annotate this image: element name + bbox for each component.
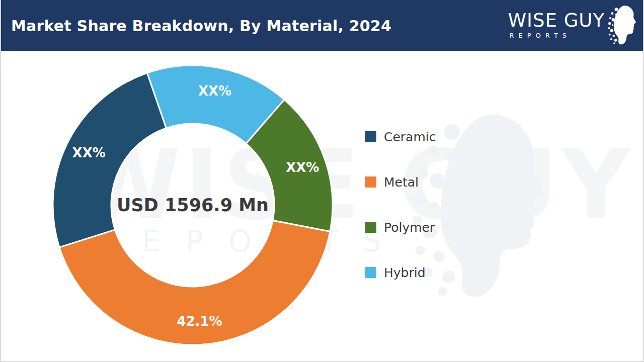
segment-label-polymer: XX% — [286, 160, 319, 175]
page-title: Market Share Breakdown, By Material, 202… — [0, 17, 391, 35]
header-bar: Market Share Breakdown, By Material, 202… — [0, 0, 644, 51]
brand-logo: WISE GUY REPORTS — [508, 5, 637, 45]
legend-item-hybrid: Hybrid — [365, 261, 436, 284]
legend-label-metal: Metal — [384, 175, 419, 190]
segment-label-ceramic: XX% — [72, 145, 106, 160]
brand-subtitle: REPORTS — [508, 32, 572, 39]
chart-center-value: USD 1596.9 Mn — [117, 195, 269, 215]
legend-label-hybrid: Hybrid — [384, 265, 426, 280]
legend-swatch-ceramic — [365, 131, 376, 142]
donut-chart-svg: XX%XX%42.1%XX% USD 1596.9 Mn — [32, 44, 354, 362]
legend-item-metal: Metal — [365, 171, 436, 193]
donut-chart: XX%XX%42.1%XX% USD 1596.9 Mn — [32, 44, 354, 362]
donut-segment-ceramic — [53, 73, 166, 247]
brand-name: WISE GUY — [508, 11, 605, 31]
legend-swatch-metal — [365, 176, 376, 188]
chart-legend: CeramicMetalPolymerHybrid — [365, 126, 436, 307]
legend-label-polymer: Polymer — [384, 220, 435, 235]
legend-swatch-hybrid — [365, 267, 376, 278]
infographic-page: WISE GUY REPORTS Market Share Breakdown,… — [0, 0, 644, 362]
segment-label-metal: 42.1% — [177, 314, 222, 329]
legend-label-ceramic: Ceramic — [384, 130, 436, 144]
brand-logo-text: WISE GUY REPORTS — [508, 11, 605, 39]
legend-swatch-polymer — [365, 222, 376, 233]
brand-face-icon — [606, 5, 637, 45]
segment-label-hybrid: XX% — [198, 83, 231, 99]
legend-item-polymer: Polymer — [365, 216, 436, 238]
legend-item-ceramic: Ceramic — [365, 126, 436, 148]
